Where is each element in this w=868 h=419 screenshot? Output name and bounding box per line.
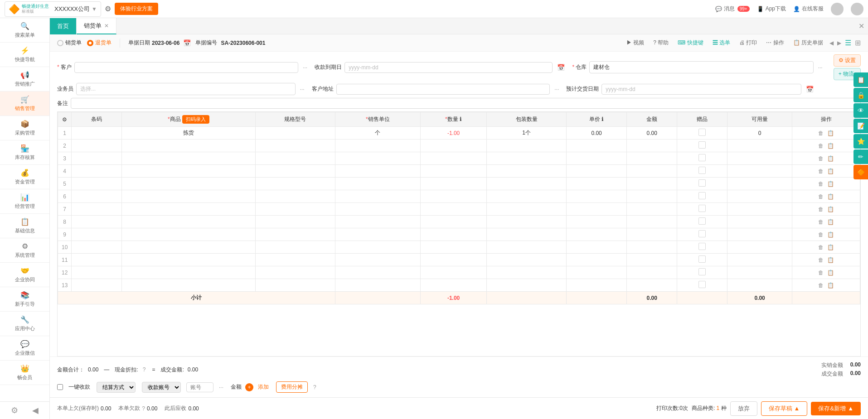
cell-unit-5[interactable] [335, 178, 420, 190]
cell-amount-10[interactable] [627, 241, 677, 254]
cell-spec-8[interactable] [255, 216, 335, 228]
expected-date-input[interactable]: yyyy-mm-dd [601, 84, 801, 95]
cell-amount-8[interactable] [627, 216, 677, 228]
cell-pkg-4[interactable] [487, 165, 567, 178]
tab-home[interactable]: 首页 [50, 18, 77, 34]
abandon-btn[interactable]: 放弃 [730, 401, 757, 416]
sidebar-item-guide[interactable]: 📚 新手引导 [0, 287, 49, 312]
cell-spec-2[interactable] [255, 140, 335, 152]
cell-product-11[interactable] [122, 254, 256, 266]
cell-qty-6[interactable] [421, 190, 487, 203]
cell-price-13[interactable] [566, 279, 626, 292]
sidebar-item-apps[interactable]: 🔧 应用中心 [0, 312, 49, 336]
salesman-input[interactable]: 选择... [76, 83, 296, 95]
trial-btn[interactable]: 体验行业方案 [115, 3, 158, 15]
cell-spec-7[interactable] [255, 203, 335, 216]
cell-unit-4[interactable] [335, 165, 420, 178]
delete-icon-3[interactable]: 🗑 [818, 155, 824, 162]
cell-gift-11[interactable] [677, 254, 727, 266]
cell-qty-13[interactable] [421, 279, 487, 292]
cell-pkg-1[interactable]: 1个 [487, 127, 567, 140]
gear-icon-top[interactable]: ⚙ [105, 5, 111, 13]
cell-amount-5[interactable] [627, 178, 677, 190]
cell-amount-13[interactable] [627, 279, 677, 292]
cell-amount-4[interactable] [627, 165, 677, 178]
cell-barcode-12[interactable] [72, 266, 122, 279]
sidebar-item-marketing[interactable]: 📢 营销推广 [0, 67, 49, 92]
copy-icon-12[interactable]: 📋 [827, 270, 834, 276]
calendar-icon[interactable]: 📅 [183, 39, 191, 47]
operation-btn[interactable]: ⋯ 操作 [763, 38, 786, 48]
cell-gift-9[interactable] [677, 228, 727, 241]
customer-dots[interactable]: ··· [303, 64, 307, 71]
settlement-select[interactable]: 结算方式 [97, 382, 136, 393]
cell-spec-3[interactable] [255, 152, 335, 165]
close-window-icon[interactable]: ✕ [858, 22, 864, 30]
cell-amount-6[interactable] [627, 190, 677, 203]
due-date-input[interactable]: yyyy-mm-dd [344, 62, 553, 73]
cell-product-7[interactable] [122, 203, 256, 216]
owe-help-icon[interactable]: ? [142, 405, 145, 412]
copy-icon-1[interactable]: 📋 [827, 130, 834, 136]
warehouse-input[interactable]: 建材仓 [589, 61, 813, 73]
cell-price-6[interactable] [566, 190, 626, 203]
sidebar-item-search[interactable]: 🔍 搜索菜单 [0, 18, 49, 43]
cell-gift-2[interactable] [677, 140, 727, 152]
cell-unit-7[interactable] [335, 203, 420, 216]
cell-spec-11[interactable] [255, 254, 335, 266]
sidebar-item-collab[interactable]: 🤝 企业协同 [0, 263, 49, 287]
cell-product-12[interactable] [122, 266, 256, 279]
sidebar-item-system[interactable]: ⚙ 系统管理 [0, 238, 49, 263]
sidebar-item-inventory[interactable]: 🏪 库存核算 [0, 140, 49, 165]
cell-spec-13[interactable] [255, 279, 335, 292]
cell-barcode-11[interactable] [72, 254, 122, 266]
cell-price-5[interactable] [566, 178, 626, 190]
right-float-item-3[interactable]: 👁 [853, 103, 868, 118]
cell-gift-4[interactable] [677, 165, 727, 178]
cell-product-3[interactable] [122, 152, 256, 165]
save-new-btn[interactable]: 保存&新增 ▲ [811, 402, 861, 415]
cell-product-13[interactable] [122, 279, 256, 292]
cell-unit-6[interactable] [335, 190, 420, 203]
company-selector[interactable]: 🔶 畅捷通好生意 标准版 XXXXXX公司 ▼ [5, 1, 101, 17]
cell-unit-2[interactable] [335, 140, 420, 152]
cell-spec-9[interactable] [255, 228, 335, 241]
cell-amount-1[interactable]: 0.00 [627, 127, 677, 140]
sidebar-item-basic[interactable]: 📋 基础信息 [0, 214, 49, 238]
cell-barcode-4[interactable] [72, 165, 122, 178]
cell-barcode-9[interactable] [72, 228, 122, 241]
sidebar-item-wechat[interactable]: 💬 企业微信 [0, 336, 49, 361]
cell-barcode-13[interactable] [72, 279, 122, 292]
message-btn[interactable]: 💬 消息 99+ [715, 5, 750, 13]
cell-pkg-6[interactable] [487, 190, 567, 203]
cell-pkg-7[interactable] [487, 203, 567, 216]
copy-icon-5[interactable]: 📋 [827, 181, 834, 187]
delete-icon-6[interactable]: 🗑 [818, 193, 824, 200]
cell-barcode-6[interactable] [72, 190, 122, 203]
right-float-item-4[interactable]: 📝 [853, 119, 868, 133]
cell-product-6[interactable] [122, 190, 256, 203]
print-btn[interactable]: 🖨 打印 [737, 38, 760, 48]
video-btn[interactable]: ▶ 视频 [624, 38, 647, 48]
cell-amount-9[interactable] [627, 228, 677, 241]
cell-product-5[interactable] [122, 178, 256, 190]
sidebar-item-finance[interactable]: 💰 资金管理 [0, 165, 49, 189]
radio-return[interactable]: 退货单 [87, 39, 112, 47]
cell-gift-10[interactable] [677, 241, 727, 254]
account-dots[interactable]: ··· [219, 384, 223, 390]
cell-spec-10[interactable] [255, 241, 335, 254]
cell-pkg-10[interactable] [487, 241, 567, 254]
copy-icon-3[interactable]: 📋 [827, 155, 834, 162]
cell-product-2[interactable] [122, 140, 256, 152]
cell-qty-9[interactable] [421, 228, 487, 241]
help-btn[interactable]: ? 帮助 [650, 38, 671, 48]
cell-qty-7[interactable] [421, 203, 487, 216]
cell-price-7[interactable] [566, 203, 626, 216]
save-draft-btn[interactable]: 保存草稿 ▲ [761, 401, 808, 416]
cell-price-1[interactable]: 0.00 [566, 127, 626, 140]
cell-price-8[interactable] [566, 216, 626, 228]
app-download-btn[interactable]: 📱 App下载 [757, 5, 786, 13]
cell-price-4[interactable] [566, 165, 626, 178]
cell-qty-1[interactable]: -1.00 [421, 127, 487, 140]
sidebar-item-purchase[interactable]: 📦 采购管理 [0, 116, 49, 140]
